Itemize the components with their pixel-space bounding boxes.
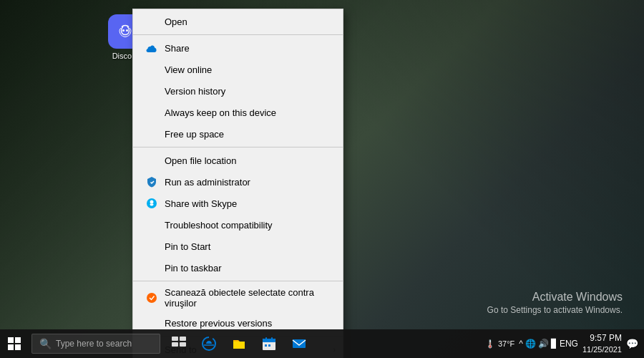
- taskbar-search-label: Type here to search: [56, 339, 132, 349]
- svg-rect-6: [8, 344, 14, 350]
- svg-point-1: [126, 29, 128, 32]
- start-button[interactable]: [0, 329, 29, 358]
- tray-chevron-icon[interactable]: ^: [519, 339, 523, 349]
- activate-windows-title: Activate Windows: [487, 291, 623, 304]
- menu-icon-troubleshoot: [145, 218, 159, 232]
- context-menu: Open Share View online Version history A…: [132, 9, 343, 358]
- menu-item-view-online[interactable]: View online: [133, 59, 343, 80]
- svg-rect-18: [293, 339, 306, 348]
- tray-battery-icon: ▊: [551, 339, 557, 349]
- avast-icon: [145, 291, 159, 305]
- menu-item-run-as-admin[interactable]: Run as administrator: [133, 171, 343, 193]
- menu-item-free-up-space[interactable]: Free up space: [133, 123, 343, 145]
- menu-item-version-history[interactable]: Version history: [133, 80, 343, 102]
- tray-icons: ^ 🌐 🔊 ▊ ENG: [519, 339, 578, 349]
- taskbar-search-icon: 🔍: [39, 338, 52, 349]
- tray-weather[interactable]: 🌡️ 37°F: [485, 339, 514, 349]
- svg-rect-10: [172, 342, 178, 347]
- svg-rect-13: [263, 339, 275, 342]
- menu-icon-view-online: [145, 62, 159, 77]
- file-explorer-button[interactable]: [225, 329, 253, 358]
- svg-rect-15: [271, 337, 273, 340]
- tray-volume-icon[interactable]: 🔊: [538, 339, 549, 349]
- shield-uac-icon: [145, 175, 159, 189]
- taskbar: 🔍 Type here to search: [0, 329, 644, 358]
- activate-windows-watermark: Activate Windows Go to Settings to activ…: [487, 291, 623, 315]
- menu-item-open[interactable]: Open: [133, 11, 343, 32]
- tray-lang[interactable]: ENG: [560, 339, 578, 349]
- taskbar-search[interactable]: 🔍 Type here to search: [31, 334, 160, 354]
- separator-1: [133, 34, 343, 35]
- onedrive-icon: [145, 41, 159, 55]
- menu-item-open-file-location[interactable]: Open file location: [133, 150, 343, 171]
- svg-rect-16: [265, 344, 267, 347]
- menu-icon-open: [145, 14, 159, 29]
- svg-rect-9: [180, 337, 186, 341]
- tray-time-display: 9:57 PM: [582, 332, 622, 344]
- activate-windows-subtitle: Go to Settings to activate Windows.: [487, 305, 623, 315]
- desktop: Disco... Open Share View online Version …: [0, 0, 644, 358]
- svg-rect-5: [15, 337, 21, 343]
- system-tray: 🌡️ 37°F ^ 🌐 🔊 ▊ ENG 9:57 PM 11/25/2021 💬: [485, 332, 644, 355]
- notification-icon[interactable]: 💬: [626, 338, 638, 349]
- menu-item-always-keep[interactable]: Always keep on this device: [133, 102, 343, 123]
- svg-rect-14: [265, 337, 267, 340]
- tray-clock[interactable]: 9:57 PM 11/25/2021: [582, 332, 622, 355]
- taskbar-app-icons: [165, 329, 313, 358]
- edge-button[interactable]: [195, 329, 223, 358]
- menu-item-troubleshoot[interactable]: Troubleshoot compatibility: [133, 214, 343, 236]
- menu-icon-open-file-location: [145, 153, 159, 168]
- menu-icon-version-history: [145, 84, 159, 98]
- svg-rect-4: [8, 337, 14, 343]
- task-view-button[interactable]: [165, 329, 193, 358]
- separator-2: [133, 147, 343, 147]
- menu-icon-restore-versions: [145, 316, 159, 330]
- menu-item-pin-start[interactable]: Pin to Start: [133, 236, 343, 257]
- menu-item-pin-taskbar[interactable]: Pin to taskbar: [133, 257, 343, 279]
- svg-rect-11: [180, 342, 186, 347]
- menu-icon-free-up-space: [145, 127, 159, 141]
- menu-item-avast-scan[interactable]: Scanează obiectele selectate contra viru…: [133, 284, 343, 312]
- tray-date-display: 11/25/2021: [582, 344, 622, 355]
- menu-icon-always-keep: [145, 105, 159, 120]
- calendar-button[interactable]: [255, 329, 283, 358]
- weather-icon: 🌡️: [485, 339, 495, 349]
- menu-icon-pin-start: [145, 239, 159, 253]
- svg-point-0: [122, 29, 125, 32]
- skype-icon: [145, 196, 159, 211]
- mail-button[interactable]: [285, 329, 313, 358]
- menu-item-share[interactable]: Share: [133, 37, 343, 59]
- svg-rect-17: [268, 344, 270, 347]
- menu-item-share-skype[interactable]: Share with Skype: [133, 193, 343, 214]
- svg-rect-8: [172, 337, 178, 341]
- svg-rect-7: [15, 344, 21, 350]
- tray-network-icon[interactable]: 🌐: [525, 339, 536, 349]
- menu-icon-pin-taskbar: [145, 261, 159, 275]
- weather-temp: 37°F: [498, 339, 514, 348]
- separator-3: [133, 281, 343, 281]
- svg-point-3: [147, 293, 157, 303]
